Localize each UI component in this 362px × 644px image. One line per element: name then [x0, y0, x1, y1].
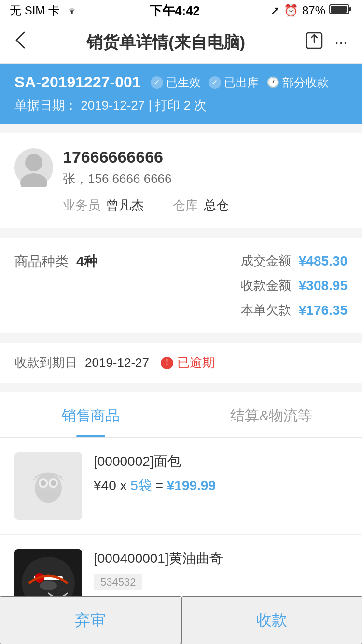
due-date-section: 收款到期日 2019-12-27 ! 已逾期	[0, 343, 362, 383]
svg-point-5	[25, 154, 42, 171]
badge-shipped: ✓ 已出库	[209, 75, 259, 90]
product-info-bread: [0000002]面包 ¥40 x 5袋 = ¥199.99	[94, 452, 348, 520]
product-sku-batch: 534532	[94, 574, 142, 590]
bottom-action-bar: 弃审 收款	[0, 596, 362, 644]
customer-info: 17666666666 张，156 6666 6666	[63, 148, 172, 187]
customer-id: 17666666666	[63, 148, 172, 167]
product-tabs: 销售商品 结算&物流等	[0, 392, 362, 438]
svg-point-0	[71, 12, 73, 14]
check-icon-1: ✓	[151, 76, 163, 89]
tab-settlement-logistics[interactable]: 结算&物流等	[181, 392, 362, 437]
product-thumb-bread: 羽+	[14, 452, 82, 520]
product-type-stat: 商品种类 4种	[14, 252, 97, 271]
badge-effective: ✓ 已生效	[151, 75, 201, 90]
order-id: SA-20191227-001	[14, 73, 141, 91]
customer-name-phone: 张，156 6666 6666	[63, 170, 172, 187]
svg-point-18	[40, 581, 57, 590]
network-status: 无 SIM 卡	[10, 3, 60, 18]
product-item: 羽+ [0000002]面包 ¥40 x 5袋 = ¥199.99	[0, 438, 362, 535]
customer-section: 17666666666 张，156 6666 6666 业务员 曾凡杰 仓库 总…	[0, 133, 362, 228]
tab-sales-product[interactable]: 销售商品	[0, 392, 181, 437]
svg-rect-3	[331, 6, 347, 13]
product-name-cookie: [000400001]黄油曲奇	[94, 549, 348, 568]
page-title: 销货单详情(来自电脑)	[86, 31, 245, 54]
stats-section: 商品种类 4种 成交金额 ¥485.30 收款金额 ¥308.95 本单欠款 ¥…	[0, 238, 362, 333]
status-left: 无 SIM 卡	[10, 3, 79, 18]
collect-button[interactable]: 收款	[181, 596, 362, 644]
alarm-icon: ⏰	[284, 4, 298, 17]
status-bar: 无 SIM 卡 下午4:42 ↗ ⏰ 87%	[0, 0, 362, 21]
wifi-icon	[65, 4, 79, 17]
svg-rect-2	[349, 7, 351, 11]
svg-point-6	[20, 173, 47, 187]
share-icon[interactable]	[306, 32, 323, 53]
salesperson-meta: 业务员 曾凡杰	[63, 197, 144, 214]
order-date-row: 单据日期： 2019-12-27 | 打印 2 次	[14, 97, 348, 114]
overdue-icon: !	[161, 357, 173, 369]
svg-point-10	[41, 480, 46, 486]
nav-right-actions: ···	[306, 32, 348, 53]
battery-icon	[329, 3, 352, 18]
nav-bar: 销货单详情(来自电脑) ···	[0, 21, 362, 64]
avatar	[14, 148, 53, 187]
location-icon: ↗	[270, 4, 280, 17]
more-icon[interactable]: ···	[334, 33, 348, 51]
svg-point-11	[51, 480, 56, 486]
status-badges: ✓ 已生效 ✓ 已出库 🕐 部分收款	[151, 75, 329, 90]
overdue-badge: ! 已逾期	[161, 354, 215, 371]
badge-partial-payment: 🕐 部分收款	[266, 75, 329, 90]
stats-right: 成交金额 ¥485.30 收款金额 ¥308.95 本单欠款 ¥176.35	[241, 252, 348, 319]
deal-amount-stat: 成交金额 ¥485.30	[241, 252, 348, 269]
status-time: 下午4:42	[150, 2, 200, 19]
warehouse-meta: 仓库 总仓	[173, 197, 229, 214]
collection-amount-stat: 收款金额 ¥308.95	[241, 277, 348, 294]
back-button[interactable]	[14, 30, 26, 54]
order-header-banner: SA-20191227-001 ✓ 已生效 ✓ 已出库 🕐 部分收款 单据日期：…	[0, 64, 362, 124]
stats-left: 商品种类 4种	[14, 252, 97, 319]
svg-text:羽+: 羽+	[44, 496, 53, 502]
debt-amount-stat: 本单欠款 ¥176.35	[241, 302, 348, 319]
status-right: ↗ ⏰ 87%	[270, 3, 352, 18]
product-name-bread: [0000002]面包	[94, 452, 348, 471]
overdue-text: 已逾期	[177, 354, 215, 371]
reject-button[interactable]: 弃审	[0, 596, 181, 644]
battery-text: 87%	[302, 4, 325, 17]
clock-icon: 🕐	[266, 76, 279, 89]
product-price-bread: ¥40 x 5袋 = ¥199.99	[94, 476, 348, 495]
check-icon-2: ✓	[209, 76, 221, 89]
